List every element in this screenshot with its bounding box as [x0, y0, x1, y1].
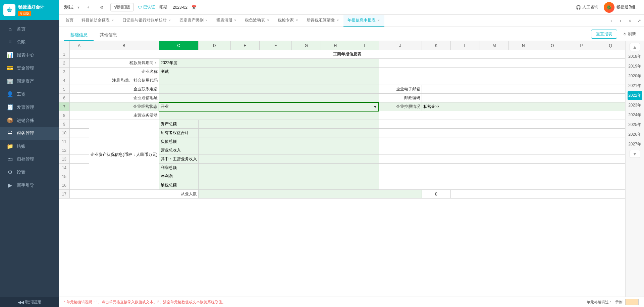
- cell-4-C[interactable]: [159, 76, 379, 85]
- col-header-J[interactable]: J: [379, 41, 422, 50]
- cell-2-C[interactable]: 2022年度: [159, 59, 379, 68]
- tab-tax-expert[interactable]: 税检专家 ×: [274, 15, 303, 27]
- year-item-2026[interactable]: 2026年: [628, 130, 642, 139]
- tab-bank-reconcile[interactable]: 日记账与银行对账单核对 ×: [118, 15, 175, 27]
- col-header-G[interactable]: G: [292, 41, 321, 50]
- sidebar-item-assets[interactable]: 🏢 固定资产: [0, 75, 59, 88]
- col-header-I[interactable]: I: [350, 41, 379, 50]
- tab-annual-report[interactable]: 年报信息申报表 ×: [343, 15, 384, 27]
- cell-3-C[interactable]: 测试: [159, 68, 379, 76]
- col-header-Q[interactable]: Q: [596, 41, 625, 50]
- service-button[interactable]: 🎧 人工咨询: [576, 4, 598, 10]
- switch-version-button[interactable]: 切到旧版: [110, 3, 134, 11]
- sidebar-item-salary[interactable]: 👤 工资: [0, 88, 59, 101]
- sidebar-item-guide[interactable]: ▶ 新手引导: [0, 179, 59, 192]
- year-item-2018[interactable]: 2018年: [628, 52, 642, 61]
- cell-8-C[interactable]: [159, 111, 379, 120]
- year-item-2022[interactable]: 2022年: [628, 91, 642, 100]
- cell-15-D[interactable]: [198, 172, 379, 181]
- sidebar-item-archive[interactable]: 🗃 归档管理: [0, 153, 59, 166]
- year-scroll-up-button[interactable]: ▲: [630, 43, 640, 51]
- tab-close-icon[interactable]: ×: [205, 18, 208, 23]
- sheet-title-cell[interactable]: 工商年报信息表: [69, 50, 625, 59]
- refresh-button[interactable]: ↻ 刷新: [621, 30, 639, 38]
- tab-close-icon[interactable]: ×: [295, 18, 299, 23]
- col-header-F[interactable]: F: [260, 41, 292, 50]
- user-name: 畅捷通B组...: [616, 4, 639, 10]
- year-item-2019[interactable]: 2019年: [628, 62, 642, 71]
- sidebar-item-close[interactable]: 📁 结账: [0, 140, 59, 153]
- year-scroll-down-button[interactable]: ▼: [630, 150, 640, 158]
- cell-6-K[interactable]: [422, 94, 625, 102]
- year-item-2025[interactable]: 2025年: [628, 120, 642, 129]
- cell-6-C[interactable]: [159, 94, 379, 102]
- year-item-2024[interactable]: 2024年: [628, 111, 642, 120]
- col-header-P[interactable]: P: [567, 41, 596, 50]
- cell-5-C[interactable]: [159, 85, 379, 94]
- col-header-H[interactable]: H: [321, 41, 350, 50]
- add-tab-button[interactable]: +: [84, 3, 93, 12]
- tab-prev-button[interactable]: ‹: [606, 15, 616, 27]
- cell-16-D[interactable]: [198, 181, 379, 190]
- tab-next-button[interactable]: ›: [616, 15, 625, 27]
- col-header-A[interactable]: A: [69, 41, 89, 50]
- settings-button[interactable]: ⚙: [97, 3, 106, 12]
- calendar-icon[interactable]: 📅: [192, 5, 197, 10]
- year-item-2021[interactable]: 2021年: [628, 81, 642, 90]
- col-header-B[interactable]: B: [89, 41, 159, 50]
- tab-expand-button[interactable]: ⤢: [635, 15, 644, 27]
- spreadsheet-container[interactable]: A B C D E F G H I J K L: [59, 41, 625, 297]
- tab-close-icon[interactable]: ×: [111, 18, 114, 23]
- tab-income-tax[interactable]: 所得税汇算清缴 ×: [303, 15, 343, 27]
- subtab-basic-info[interactable]: 基础信息: [64, 30, 94, 41]
- dropdown-arrow-icon[interactable]: ▼: [373, 104, 377, 109]
- cell-13-D[interactable]: [198, 155, 379, 164]
- tab-fixed-assets[interactable]: 固定资产类别 ×: [175, 15, 212, 27]
- tab-close-icon[interactable]: ×: [168, 18, 171, 23]
- col-header-L[interactable]: L: [451, 41, 480, 50]
- col-header-C[interactable]: C: [159, 41, 198, 50]
- col-header-N[interactable]: N: [509, 41, 538, 50]
- cell-17-D[interactable]: [198, 190, 422, 199]
- tab-close-icon[interactable]: ×: [234, 18, 237, 23]
- year-item-2023[interactable]: 2023年: [628, 101, 642, 110]
- cell-9-D[interactable]: [198, 120, 379, 129]
- company-dropdown-icon[interactable]: ▾: [77, 5, 79, 10]
- tab-home[interactable]: 首页: [61, 15, 77, 27]
- sidebar-item-purchases[interactable]: 📦 进销台账: [0, 114, 59, 127]
- cell-10-D[interactable]: [198, 129, 379, 137]
- tab-close-icon[interactable]: ×: [377, 18, 380, 23]
- sidebar-item-invoice[interactable]: 🧾 发票管理: [0, 101, 59, 114]
- reset-report-button[interactable]: 重置报表: [591, 30, 617, 39]
- year-item-2020[interactable]: 2020年: [628, 72, 642, 81]
- sidebar-item-ledger[interactable]: ≡ 总账: [0, 36, 59, 48]
- col-header-M[interactable]: M: [480, 41, 509, 50]
- cell-13-A: [69, 155, 89, 164]
- cell-11-D[interactable]: [198, 137, 379, 146]
- tab-close-all-button[interactable]: ×: [625, 15, 635, 27]
- cell-7-C[interactable]: 开业 ▼: [159, 102, 379, 111]
- tab-tax-table[interactable]: 税表清册 ×: [212, 15, 241, 27]
- sidebar-item-funds[interactable]: 💳 资金管理: [0, 61, 59, 75]
- col-header-E[interactable]: E: [230, 41, 260, 50]
- user-avatar-button[interactable]: 🐉 畅捷通B组...: [604, 2, 639, 13]
- col-header-O[interactable]: O: [538, 41, 567, 50]
- col-header-K[interactable]: K: [422, 41, 451, 50]
- table-row: 6 企业通信地址 邮政编码: [59, 94, 625, 102]
- subtab-other-info[interactable]: 其他信息: [94, 30, 123, 41]
- sidebar-collapse-btn[interactable]: ◀◀ 取消固定: [0, 297, 59, 307]
- year-item-2027[interactable]: 2027年: [628, 140, 642, 149]
- cell-12-D[interactable]: [198, 146, 379, 155]
- sidebar-item-home[interactable]: ⌂ 首页: [0, 23, 59, 36]
- tab-close-icon[interactable]: ×: [266, 18, 270, 23]
- tab-subject-balance[interactable]: 科目辅助余额表 ×: [77, 15, 118, 27]
- sidebar-item-settings[interactable]: ⚙ 设置: [0, 166, 59, 179]
- sidebar-item-reports[interactable]: 📊 报表中心: [0, 48, 59, 61]
- col-header-D[interactable]: D: [198, 41, 230, 50]
- cell-7-K[interactable]: 私营企业: [422, 102, 625, 111]
- tab-close-icon[interactable]: ×: [336, 18, 339, 23]
- tab-tax-fluctuation[interactable]: 税负波动表 ×: [241, 15, 274, 27]
- cell-14-D[interactable]: [198, 164, 379, 172]
- sidebar-item-tax[interactable]: 🏛 税务管理: [0, 127, 59, 140]
- cell-5-K[interactable]: [422, 85, 625, 94]
